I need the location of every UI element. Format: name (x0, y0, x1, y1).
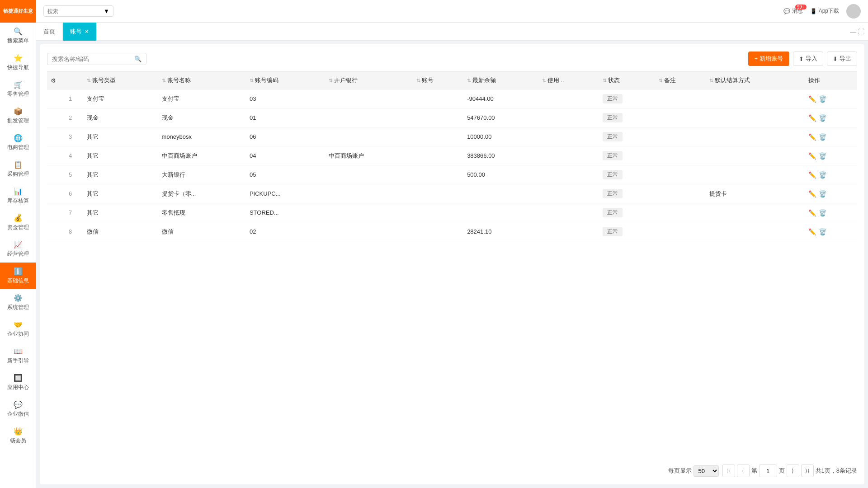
delete-button[interactable]: 🗑️ (819, 190, 826, 197)
page-number-input[interactable] (759, 465, 777, 477)
sidebar-item-basic-info[interactable]: ℹ️ 基础信息 (0, 263, 36, 289)
tab-maximize-icon[interactable]: ⛶ (858, 28, 864, 35)
row-code: 05 (246, 165, 325, 184)
import-button[interactable]: ⬆ 导入 (793, 52, 823, 66)
delete-button[interactable]: 🗑️ (819, 152, 826, 160)
row-usage (538, 222, 599, 241)
sidebar-item-system-mgmt[interactable]: ⚙️ 系统管理 (0, 289, 36, 316)
col-remark[interactable]: 备注 (655, 72, 706, 89)
pagination: 每页显示 50 20 100 ⟨⟨ ⟨ 第 页 ⟩ ⟩⟩ 共1页，8条记录 (47, 457, 857, 477)
page-size-select[interactable]: 50 20 100 (693, 465, 719, 477)
sidebar-item-enterprise-agreement[interactable]: 🤝 企业协同 (0, 316, 36, 343)
sidebar-item-app-center[interactable]: 🔲 应用中心 (0, 369, 36, 396)
row-default-settlement (706, 89, 805, 108)
delete-button[interactable]: 🗑️ (819, 95, 826, 103)
row-default-settlement (706, 127, 805, 146)
delete-button[interactable]: 🗑️ (819, 171, 826, 178)
page-nav: ⟨⟨ ⟨ 第 页 ⟩ ⟩⟩ 共1页，8条记录 (722, 465, 857, 477)
col-settings[interactable]: ⚙ (47, 72, 65, 89)
first-page-button[interactable]: ⟨⟨ (722, 465, 735, 477)
sidebar-item-quick-nav[interactable]: ⭐ 快捷导航 (0, 49, 36, 76)
row-status: 正常 (599, 146, 655, 165)
sidebar-item-finance-mgmt[interactable]: 💰 资金管理 (0, 209, 36, 236)
edit-button[interactable]: ✏️ (808, 95, 816, 103)
row-account (413, 127, 463, 146)
row-bank (325, 222, 413, 241)
row-balance: 383866.00 (463, 146, 538, 165)
edit-button[interactable]: ✏️ (808, 209, 816, 216)
table-row: 6 其它 提货卡（零... PICKUPC... 正常 提货卡 ✏️ 🗑️ (47, 184, 857, 203)
sidebar-item-ecommerce-mgmt[interactable]: 🌐 电商管理 (0, 129, 36, 156)
row-status: 正常 (599, 127, 655, 146)
top-header: ▼ 💬 消息 99+ 📱 App下载 (36, 0, 868, 23)
col-default-settlement[interactable]: 默认结算方式 (706, 72, 805, 89)
total-records: 共1页，8条记录 (816, 467, 857, 475)
row-bank (325, 127, 413, 146)
search-input[interactable] (52, 56, 132, 62)
row-num: 3 (65, 127, 83, 146)
edit-button[interactable]: ✏️ (808, 152, 816, 160)
sidebar-item-vip-member[interactable]: 👑 畅会员 (0, 422, 36, 449)
delete-button[interactable]: 🗑️ (819, 133, 826, 141)
edit-button[interactable]: ✏️ (808, 114, 816, 122)
row-name: 零售抵现 (158, 203, 246, 222)
delete-button[interactable]: 🗑️ (819, 228, 826, 235)
col-status[interactable]: 状态 (599, 72, 655, 89)
col-bank[interactable]: 开户银行 (325, 72, 413, 89)
col-type[interactable]: 账号类型 (83, 72, 158, 89)
sidebar-item-search-menu[interactable]: 🔍 搜索菜单 (0, 23, 36, 49)
page-size-selector[interactable]: 每页显示 50 20 100 (668, 465, 719, 477)
tab-home[interactable]: 首页 (36, 23, 63, 41)
sidebar-item-enterprise-wechat[interactable]: 💬 企业微信 (0, 396, 36, 422)
tab-minimize-icon[interactable]: — (850, 28, 856, 35)
export-icon: ⬇ (833, 56, 838, 62)
row-name: moneybosx (158, 127, 246, 146)
row-account (413, 184, 463, 203)
tab-bar: 首页 账号 ✕ — ⛶ (36, 23, 868, 41)
table-row: 1 支付宝 支付宝 03 -90444.00 正常 ✏️ 🗑️ (47, 89, 857, 108)
message-button[interactable]: 💬 消息 99+ (783, 7, 803, 15)
col-name[interactable]: 账号名称 (158, 72, 246, 89)
next-page-button[interactable]: ⟩ (787, 465, 799, 477)
sidebar-item-purchase-mgmt[interactable]: 📋 采购管理 (0, 156, 36, 183)
toolbar-right: + 新增账号 ⬆ 导入 ⬇ 导出 (748, 52, 857, 66)
delete-button[interactable]: 🗑️ (819, 114, 826, 122)
search-box[interactable]: 🔍 (47, 53, 146, 65)
row-settings-cell (47, 146, 65, 165)
col-code[interactable]: 账号编码 (246, 72, 325, 89)
sidebar-item-operations-mgmt[interactable]: 📈 经营管理 (0, 236, 36, 263)
row-status: 正常 (599, 184, 655, 203)
tab-account[interactable]: 账号 ✕ (63, 23, 97, 41)
app-download-button[interactable]: 📱 App下载 (810, 7, 839, 15)
row-actions: ✏️ 🗑️ (805, 165, 857, 184)
finance-icon: 💰 (14, 214, 23, 222)
row-usage (538, 146, 599, 165)
edit-button[interactable]: ✏️ (808, 190, 816, 197)
col-account[interactable]: 账号 (413, 72, 463, 89)
tab-close-icon[interactable]: ✕ (85, 28, 89, 35)
export-button[interactable]: ⬇ 导出 (827, 52, 857, 66)
top-search-box[interactable]: ▼ (43, 5, 113, 17)
prev-page-button[interactable]: ⟨ (737, 465, 750, 477)
row-type: 其它 (83, 146, 158, 165)
top-search-input[interactable] (47, 8, 102, 14)
col-usage[interactable]: 使用... (538, 72, 599, 89)
user-avatar[interactable] (846, 4, 861, 19)
sidebar-item-beginner-guide[interactable]: 📖 新手引导 (0, 343, 36, 369)
import-icon: ⬆ (799, 56, 804, 62)
row-type: 其它 (83, 203, 158, 222)
sidebar-item-retail-mgmt[interactable]: 🛒 零售管理 (0, 76, 36, 103)
sidebar-item-inventory[interactable]: 📊 库存核算 (0, 183, 36, 209)
edit-button[interactable]: ✏️ (808, 171, 816, 178)
delete-button[interactable]: 🗑️ (819, 209, 826, 216)
add-account-button[interactable]: + 新增账号 (748, 52, 789, 66)
last-page-button[interactable]: ⟩⟩ (801, 465, 814, 477)
edit-button[interactable]: ✏️ (808, 228, 816, 235)
edit-button[interactable]: ✏️ (808, 133, 816, 141)
search-icon: 🔍 (134, 56, 142, 62)
row-settings-cell (47, 203, 65, 222)
sidebar-item-wholesale-mgmt[interactable]: 📦 批发管理 (0, 103, 36, 129)
row-remark (655, 89, 706, 108)
row-num: 5 (65, 165, 83, 184)
col-balance[interactable]: 最新余额 (463, 72, 538, 89)
